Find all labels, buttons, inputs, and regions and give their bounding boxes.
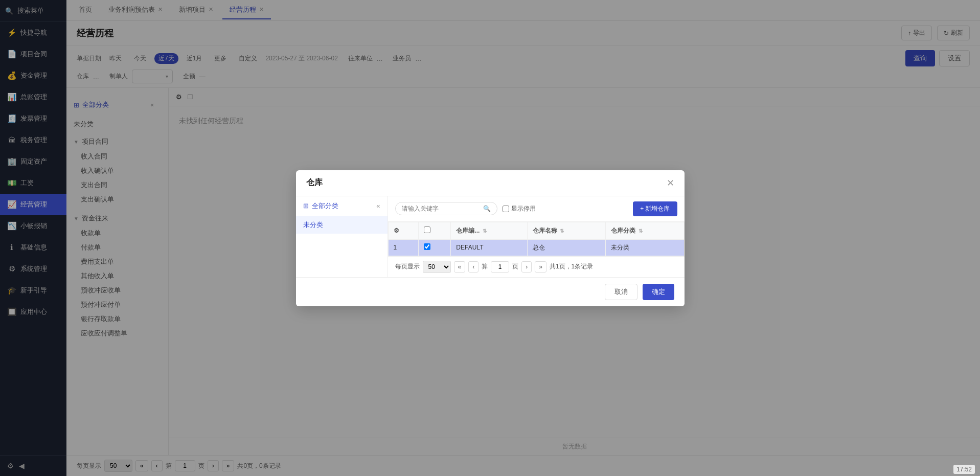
sort-icon-category: ⇅ [639, 228, 643, 234]
modal-toolbar: 🔍 显示停用 + 新增仓库 [388, 196, 685, 222]
modal-close-button[interactable]: ✕ [667, 177, 674, 189]
show-disabled-label[interactable]: 显示停用 [503, 205, 536, 213]
row-code: DEFAULT [451, 239, 528, 256]
modal-left-collapse-button[interactable]: « [376, 202, 380, 210]
modal-page-prev[interactable]: ‹ [468, 261, 478, 273]
grid-icon-modal: ⊞ [303, 202, 309, 210]
modal-search-box: 🔍 [395, 202, 497, 215]
modal-page-next[interactable]: › [521, 261, 532, 273]
modal-left-header: ⊞ 全部分类 « [296, 196, 388, 216]
modal-pagination: 每页显示 50 100 « ‹ 算 页 › » 共1页，1条记录 [395, 261, 594, 273]
modal-left-panel: ⊞ 全部分类 « 未分类 [296, 196, 388, 277]
th-code[interactable]: 仓库编... ⇅ [451, 222, 528, 239]
modal-page-input[interactable] [491, 261, 509, 273]
modal-actions-bar: 取消 确定 [296, 277, 685, 306]
row-index: 1 [388, 239, 419, 256]
sort-icon-name: ⇅ [560, 228, 564, 234]
confirm-button[interactable]: 确定 [643, 284, 674, 300]
modal-footer: 每页显示 50 100 « ‹ 算 页 › » 共1页，1条记录 [388, 256, 685, 277]
modal-left-item-unclassified[interactable]: 未分类 [296, 216, 388, 234]
modal-page-next-label: 页 [512, 262, 518, 271]
select-all-checkbox[interactable] [424, 226, 430, 233]
modal-page-first[interactable]: « [454, 261, 466, 273]
row-checkbox[interactable] [419, 239, 451, 256]
modal-page-word: 算 [482, 262, 488, 271]
modal-per-page-label: 每页显示 [395, 262, 420, 271]
table-header: ⚙ 仓库编... ⇅ 仓库名称 ⇅ [388, 222, 684, 239]
th-gear: ⚙ [388, 222, 419, 239]
th-name[interactable]: 仓库名称 ⇅ [527, 222, 605, 239]
row-name: 总仓 [527, 239, 605, 256]
gear-icon-th[interactable]: ⚙ [394, 227, 399, 234]
modal-search-input[interactable] [402, 205, 480, 212]
th-category[interactable]: 仓库分类 ⇅ [606, 222, 684, 239]
modal-total-info: 共1页，1条记录 [550, 262, 593, 271]
warehouse-table: ⚙ 仓库编... ⇅ 仓库名称 ⇅ [388, 222, 685, 256]
modal-title: 仓库 [306, 177, 323, 188]
modal-body: ⊞ 全部分类 « 未分类 🔍 [296, 196, 685, 277]
modal-table: ⚙ 仓库编... ⇅ 仓库名称 ⇅ [388, 222, 685, 256]
time-display: 17:52 [953, 465, 975, 474]
modal-left-title: ⊞ 全部分类 [303, 201, 338, 211]
th-checkbox [419, 222, 451, 239]
table-row[interactable]: 1 DEFAULT 总仓 未分类 [388, 239, 684, 256]
modal-right-panel: 🔍 显示停用 + 新增仓库 ⚙ [388, 196, 685, 277]
modal-backdrop: 仓库 ✕ ⊞ 全部分类 « 未分类 [0, 0, 980, 476]
modal-table-body: 1 DEFAULT 总仓 未分类 [388, 239, 684, 256]
modal-left-scroll: 未分类 [296, 216, 388, 277]
sort-icon-code: ⇅ [483, 228, 487, 234]
warehouse-modal: 仓库 ✕ ⊞ 全部分类 « 未分类 [296, 170, 685, 306]
row-category: 未分类 [606, 239, 684, 256]
modal-header: 仓库 ✕ [296, 170, 685, 196]
system-tray: 17:52 [948, 463, 980, 476]
show-disabled-checkbox[interactable] [503, 206, 509, 212]
modal-search-icon: 🔍 [483, 205, 491, 212]
modal-per-page-select[interactable]: 50 100 [423, 261, 451, 273]
modal-page-last[interactable]: » [535, 261, 546, 273]
cancel-button[interactable]: 取消 [605, 284, 637, 300]
add-warehouse-button[interactable]: + 新增仓库 [633, 201, 677, 216]
